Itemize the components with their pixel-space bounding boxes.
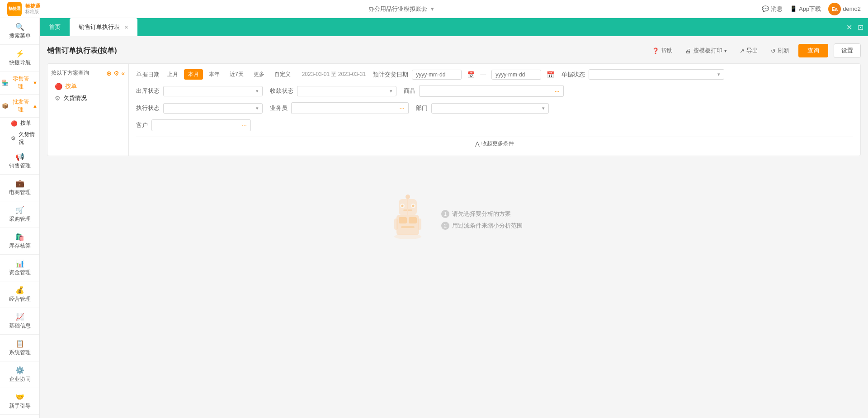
scheme-debt-label: 欠货情况 bbox=[63, 94, 87, 102]
sidebar-item-label: 电商管理 bbox=[2, 189, 38, 196]
sidebar-item-label: 经营管理 bbox=[2, 295, 38, 303]
empty-content: 1 请先选择要分析的方案 2 用过滤条件来缩小分析范围 bbox=[385, 192, 523, 251]
retail-arrow-icon: ▼ bbox=[33, 80, 38, 86]
sidebar-item-sales[interactable]: 💼 电商管理 bbox=[0, 175, 39, 201]
date-btn-more[interactable]: 更多 bbox=[250, 69, 269, 80]
sidebar-sub-item-order[interactable]: 🔴 按单 bbox=[0, 118, 39, 129]
stock-status-dropdown-icon: ▾ bbox=[256, 88, 259, 94]
sidebar-item-label: 搜索菜单 bbox=[2, 32, 38, 40]
scheme-icons: ⊕ ⚙ « bbox=[106, 70, 125, 77]
tab-home[interactable]: 首页 bbox=[40, 18, 70, 36]
customer-field: 客户 ··· bbox=[136, 119, 251, 131]
expected-date-end-calendar-icon[interactable]: 📅 bbox=[547, 71, 554, 78]
filter-panel: 按以下方案查询 ⊕ ⚙ « 🔴 按单 ⚙ 欠货情况 bbox=[47, 63, 861, 156]
collapse-label: 收起更多条件 bbox=[481, 140, 514, 147]
main-layout: 🔍 搜索菜单 ⚡ 快捷导航 🏪 零售管理 ▼ 📦 批发管理 ▲ 🔴 按单 ⚙ 欠… bbox=[0, 18, 868, 418]
sidebar-item-purchase[interactable]: 🛍️ 库存核算 bbox=[0, 228, 39, 255]
customer-select[interactable]: ··· bbox=[151, 119, 251, 131]
sidebar-item-finance[interactable]: 💰 经营管理 bbox=[0, 281, 39, 308]
sidebar-sub-item-debt[interactable]: ⚙ 欠货情况 bbox=[0, 129, 39, 148]
exec-status-select[interactable]: ▾ bbox=[163, 103, 263, 114]
date-separator: — bbox=[478, 71, 488, 78]
sidebar-item-operations[interactable]: 📈 基础信息 bbox=[0, 308, 39, 335]
finance-icon: 💰 bbox=[2, 286, 38, 294]
sidebar-item-ecommerce[interactable]: 🛒 采购管理 bbox=[0, 201, 39, 228]
collapse-more-btn[interactable]: ⋀ 收起更多条件 bbox=[136, 137, 853, 150]
close-tab-btn[interactable]: ✕ bbox=[845, 22, 853, 33]
sidebar-item-enterprise[interactable]: 🤝 新手引导 bbox=[0, 388, 39, 415]
date-btn-last-month[interactable]: 上月 bbox=[163, 69, 182, 80]
salesperson-select[interactable]: ··· bbox=[291, 102, 409, 114]
product-select[interactable]: ··· bbox=[419, 85, 564, 97]
sidebar-item-newbie[interactable]: 🎯 应用中心 bbox=[0, 415, 39, 418]
receipt-status-field: 收款状态 ▾ bbox=[270, 86, 396, 96]
sidebar-item-label: 库存核算 bbox=[2, 242, 38, 250]
scheme-header-label: 按以下方案查询 bbox=[51, 69, 89, 77]
expected-date-field: 预计交货日期 📅 — 📅 bbox=[373, 70, 554, 80]
svg-point-14 bbox=[406, 195, 410, 199]
user-profile-btn[interactable]: Ea demo2 bbox=[828, 3, 861, 15]
empty-tip-1: 1 请先选择要分析的方案 bbox=[441, 210, 523, 218]
template-print-btn[interactable]: 🖨 按模板打印 ▾ bbox=[682, 45, 731, 57]
top-bar-left: 畅捷通 畅捷通 标准版 bbox=[7, 2, 40, 16]
empty-tip-2: 2 用过滤条件来缩小分析范围 bbox=[441, 222, 523, 230]
sidebar-item-label: 采购管理 bbox=[2, 215, 38, 223]
message-btn[interactable]: 💬 消息 bbox=[762, 5, 783, 13]
add-scheme-icon[interactable]: ⊕ bbox=[106, 70, 112, 77]
bill-date-range-text: 2023-03-01 至 2023-03-31 bbox=[302, 71, 366, 78]
refresh-btn[interactable]: ↺ 刷新 bbox=[767, 45, 793, 57]
sidebar-item-label: 企业协同 bbox=[2, 375, 38, 383]
user-avatar: Ea bbox=[828, 3, 841, 15]
message-icon: 💬 bbox=[762, 5, 769, 12]
bill-status-dropdown-icon: ▾ bbox=[717, 71, 720, 77]
wholesale-icon: 📦 bbox=[2, 103, 9, 109]
date-btn-current-month[interactable]: 本月 bbox=[184, 69, 203, 80]
restore-tab-btn[interactable]: ⊡ bbox=[857, 22, 864, 33]
export-btn[interactable]: ↗ 导出 bbox=[736, 45, 762, 57]
date-btn-7days[interactable]: 近7天 bbox=[226, 69, 248, 80]
receipt-status-select[interactable]: ▾ bbox=[297, 86, 396, 96]
sales-order-tab-label: 销售订单执行表 bbox=[79, 23, 120, 31]
retail-icon: 🏪 bbox=[2, 80, 9, 86]
settings-scheme-icon[interactable]: ⚙ bbox=[113, 70, 119, 77]
bill-status-label: 单据状态 bbox=[561, 71, 585, 79]
tab-sales-order[interactable]: 销售订单执行表 ✕ bbox=[70, 18, 137, 36]
empty-tips: 1 请先选择要分析的方案 2 用过滤条件来缩小分析范围 bbox=[441, 210, 523, 233]
scheme-item-order[interactable]: 🔴 按单 bbox=[51, 81, 125, 92]
sidebar-item-wholesale[interactable]: 📦 批发管理 ▲ bbox=[0, 95, 39, 118]
order-icon: 🔴 bbox=[11, 120, 18, 127]
scheme-item-debt[interactable]: ⚙ 欠货情况 bbox=[51, 92, 125, 104]
sidebar-item-label: 资金管理 bbox=[2, 269, 38, 276]
sidebar-item-inventory[interactable]: 📊 资金管理 bbox=[0, 255, 39, 281]
expected-date-start-input[interactable] bbox=[412, 70, 462, 80]
collapse-scheme-icon[interactable]: « bbox=[121, 70, 125, 77]
sidebar-item-quick-nav[interactable]: ⚡ 快捷导航 bbox=[0, 45, 39, 71]
help-btn[interactable]: ❓ 帮助 bbox=[648, 45, 676, 57]
expected-date-label: 预计交货日期 bbox=[373, 71, 408, 79]
tab-close-icon[interactable]: ✕ bbox=[124, 24, 128, 30]
sidebar-item-system[interactable]: ⚙️ 企业协同 bbox=[0, 361, 39, 388]
operations-icon: 📈 bbox=[2, 313, 38, 321]
empty-illustration-icon bbox=[385, 192, 430, 251]
expected-date-calendar-icon[interactable]: 📅 bbox=[467, 71, 475, 78]
query-btn[interactable]: 查询 bbox=[798, 44, 828, 57]
scheme-order-icon: 🔴 bbox=[55, 83, 62, 90]
stock-status-select[interactable]: ▾ bbox=[163, 86, 263, 96]
app-download-btn[interactable]: 📱 App下载 bbox=[790, 5, 821, 13]
bill-status-select[interactable]: ▾ bbox=[589, 69, 724, 80]
page-header: 销售订单执行表(按单) ❓ 帮助 🖨 按模板打印 ▾ ↗ 导出 bbox=[47, 43, 861, 58]
sidebar-item-search-menu[interactable]: 🔍 搜索菜单 bbox=[0, 18, 39, 45]
dropdown-arrow-icon[interactable]: ▾ bbox=[431, 5, 434, 12]
sidebar-item-basic[interactable]: 📋 系统管理 bbox=[0, 335, 39, 361]
filter-scheme-panel: 按以下方案查询 ⊕ ⚙ « 🔴 按单 ⚙ 欠货情况 bbox=[47, 64, 129, 156]
sidebar-item-retail[interactable]: 🏪 零售管理 ▼ bbox=[0, 71, 39, 95]
department-select[interactable]: ▾ bbox=[431, 103, 549, 114]
date-btn-current-year[interactable]: 本年 bbox=[205, 69, 224, 80]
date-btn-custom[interactable]: 自定义 bbox=[270, 69, 295, 80]
sales-icon: 💼 bbox=[2, 179, 38, 188]
settings-btn[interactable]: 设置 bbox=[834, 43, 861, 58]
sidebar-item-marketing[interactable]: 📢 销售管理 bbox=[0, 148, 39, 175]
sidebar-item-label: 系统管理 bbox=[2, 349, 38, 356]
product-field: 商品 ··· bbox=[404, 85, 564, 97]
expected-date-end-input[interactable] bbox=[491, 70, 541, 80]
